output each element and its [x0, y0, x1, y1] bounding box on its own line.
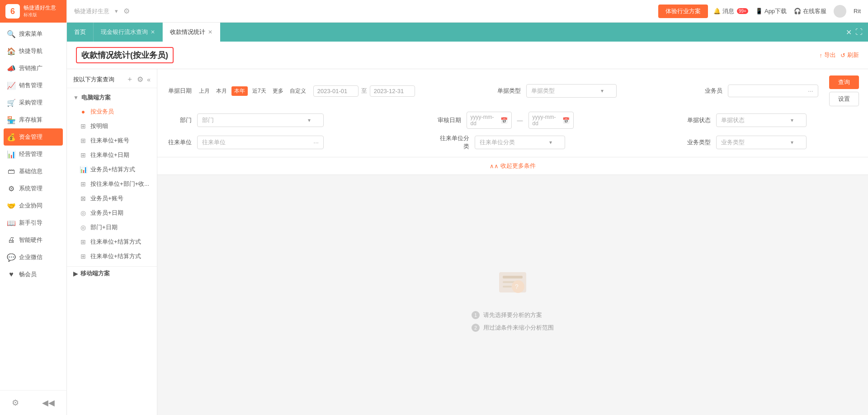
date-btn-last-month[interactable]: 上月: [197, 86, 212, 96]
header-dropdown-icon[interactable]: ▾: [115, 8, 118, 14]
download-action[interactable]: 📱 App下载: [755, 7, 787, 15]
sidebar-item-hardware-label: 智能硬件: [19, 236, 42, 244]
refresh-button[interactable]: ↺ 刷新: [840, 51, 859, 59]
scheme-item-salesperson-date[interactable]: ◎ 业务员+日期: [67, 206, 157, 220]
trial-button[interactable]: 体验行业方案: [658, 5, 708, 18]
counterpart-input[interactable]: 往来单位 ···: [197, 136, 324, 149]
scheme-label-salesperson-settlement: 业务员+结算方式: [90, 165, 135, 174]
query-button[interactable]: 查询: [829, 75, 859, 89]
sidebar-item-search[interactable]: 🔍 搜索菜单: [0, 25, 66, 42]
export-icon: ↑: [820, 52, 823, 59]
empty-state: ? 1 请先选择要分析的方案 2 用过滤条件来缩小分析范围: [157, 175, 868, 415]
date-to-input[interactable]: 2023-12-31: [370, 85, 415, 97]
tab-collection-stat-label: 收款情况统计: [170, 28, 205, 36]
collapse-footer-icon[interactable]: ◀◀: [39, 395, 57, 410]
sidebar-item-quicknav[interactable]: 🏠 快捷导航: [0, 42, 66, 60]
counterpart-cat-select[interactable]: 往来单位分类 ▾: [475, 136, 565, 149]
tip-1-num: 1: [472, 311, 480, 319]
chart-icon: 📈: [7, 81, 15, 90]
scheme-item-dept-date[interactable]: ◎ 部门+日期: [67, 220, 157, 235]
sidebar-item-newguide[interactable]: 📖 新手引导: [0, 214, 66, 231]
collapse-button[interactable]: ∧∧ 收起更多条件: [490, 162, 536, 170]
scheme-item-unit-dept[interactable]: ⊞ 按往来单位+部门+收...: [67, 177, 157, 191]
scheme-item-unit-settlement1[interactable]: ⊞ 往来单位+结算方式: [67, 235, 157, 249]
sidebar-item-purchase[interactable]: 🛒 采购管理: [0, 94, 66, 111]
review-date-to[interactable]: yyyy-mm-dd 📅: [528, 112, 574, 129]
date-btn-this-year[interactable]: 本年: [231, 86, 248, 96]
service-action[interactable]: 🎧 在线客服: [794, 7, 826, 15]
biz-type-select[interactable]: 业务类型 ▾: [716, 136, 807, 149]
sidebar-item-enterprise[interactable]: 🤝 企业协同: [0, 197, 66, 214]
tab-collection-stat[interactable]: 收款情况统计 ✕: [163, 23, 220, 42]
collapse-row: ∧∧ 收起更多条件: [157, 157, 868, 175]
scheme-label-by-salesperson: 按业务员: [90, 108, 114, 116]
scheme-item-unit-account[interactable]: ⊞ 往来单位+账号: [67, 133, 157, 148]
settings-footer-icon[interactable]: ⚙: [9, 395, 22, 410]
guide-icon: 📖: [7, 219, 15, 227]
doc-status-label: 单据状态: [678, 116, 711, 124]
doc-status-select[interactable]: 单据状态 ▾: [716, 113, 807, 127]
main-area: 畅捷通好生意 ▾ ⚙ 体验行业方案 🔔 消息 99+ 📱 App下载 🎧 在线客…: [67, 0, 868, 415]
tab-bank-flow-close[interactable]: ✕: [151, 29, 155, 35]
sidebar-item-finance[interactable]: 💰 资金管理: [4, 128, 63, 146]
scheme-item-salesperson-settlement[interactable]: 📊 业务员+结算方式: [67, 162, 157, 177]
date-btn-this-month[interactable]: 本月: [214, 86, 229, 96]
scheme-icon-dept-date: ◎: [80, 224, 87, 231]
basic-icon: 🗃: [7, 167, 15, 175]
sidebar-item-system[interactable]: ⚙ 系统管理: [0, 180, 66, 197]
date-btn-custom[interactable]: 自定义: [288, 86, 308, 96]
doc-type-dropdown-icon: ▾: [601, 88, 604, 94]
messages-label: 消息: [722, 7, 734, 15]
scheme-settings-icon[interactable]: ⚙: [137, 75, 143, 84]
scheme-icon-unit-date: ⊞: [80, 151, 87, 159]
maximize-window-icon[interactable]: ⛶: [855, 28, 863, 36]
sidebar-item-inventory[interactable]: 🏪 库存核算: [0, 111, 66, 128]
date-label: 单据日期: [166, 87, 192, 95]
scheme-item-by-detail[interactable]: ⊞ 按明细: [67, 119, 157, 133]
header-gear-icon[interactable]: ⚙: [123, 7, 130, 15]
date-btn-more[interactable]: 更多: [271, 86, 285, 96]
biz-type-label: 业务类型: [678, 138, 711, 146]
sidebar-item-member[interactable]: ♥ 畅会员: [0, 266, 66, 283]
sidebar-item-system-label: 系统管理: [19, 184, 42, 193]
settings-button[interactable]: 设置: [829, 92, 859, 106]
panel-collapse-icon[interactable]: «: [147, 76, 151, 83]
tab-home[interactable]: 首页: [67, 23, 94, 42]
warehouse-icon: 🏪: [7, 116, 15, 124]
tab-collection-stat-close[interactable]: ✕: [208, 29, 212, 35]
finance-icon: 💰: [7, 133, 15, 141]
date-from-input[interactable]: 2023-01-01: [313, 85, 359, 97]
calendar-icon-2: 📅: [562, 117, 570, 124]
salesperson-input[interactable]: ···: [728, 85, 818, 97]
collapse-up-icon: ∧∧: [490, 163, 499, 170]
sidebar-item-marketing[interactable]: 📣 营销推广: [0, 60, 66, 77]
add-scheme-button[interactable]: ＋: [126, 75, 133, 84]
home-icon: 🏠: [7, 47, 15, 55]
scheme-item-unit-date[interactable]: ⊞ 往来单位+日期: [67, 148, 157, 162]
user-avatar[interactable]: [834, 5, 846, 18]
date-btn-7days[interactable]: 近7天: [250, 86, 268, 96]
sidebar-item-sales[interactable]: 📈 销售管理: [0, 77, 66, 94]
window-buttons: ✕ ⛶: [846, 28, 868, 37]
tab-bank-flow[interactable]: 现金银行流水查询 ✕: [94, 23, 163, 42]
scheme-icon-salesperson-settlement: 📊: [80, 166, 87, 173]
scheme-item-salesperson-account[interactable]: ⊠ 业务员+账号: [67, 191, 157, 206]
mobile-scheme-header[interactable]: ▶ 移动端方案: [67, 266, 157, 280]
messages-action[interactable]: 🔔 消息 99+: [713, 7, 748, 15]
sidebar-item-operations[interactable]: 📊 经营管理: [0, 146, 66, 163]
doc-type-select[interactable]: 单据类型 ▾: [526, 84, 617, 98]
sidebar-item-wechat[interactable]: 💬 企业微信: [0, 249, 66, 266]
scheme-item-unit-settlement2[interactable]: ⊞ 往来单位+结算方式: [67, 249, 157, 264]
sidebar-item-hardware[interactable]: 🖨 智能硬件: [0, 231, 66, 249]
close-window-icon[interactable]: ✕: [846, 28, 852, 37]
salesperson-more-icon[interactable]: ···: [808, 87, 813, 94]
sidebar-item-inventory-label: 库存核算: [19, 116, 42, 124]
sidebar-item-basic[interactable]: 🗃 基础信息: [0, 163, 66, 180]
review-date-from[interactable]: yyyy-mm-dd 📅: [467, 112, 512, 129]
mobile-arrow-icon: ▶: [73, 270, 78, 277]
export-button[interactable]: ↑ 导出: [820, 51, 836, 59]
counterpart-more-icon[interactable]: ···: [313, 139, 319, 146]
desktop-scheme-header[interactable]: ▼ 电脑端方案: [67, 91, 157, 104]
scheme-item-by-salesperson[interactable]: ● 按业务员: [67, 104, 157, 119]
dept-select[interactable]: 部门 ▾: [197, 113, 324, 127]
